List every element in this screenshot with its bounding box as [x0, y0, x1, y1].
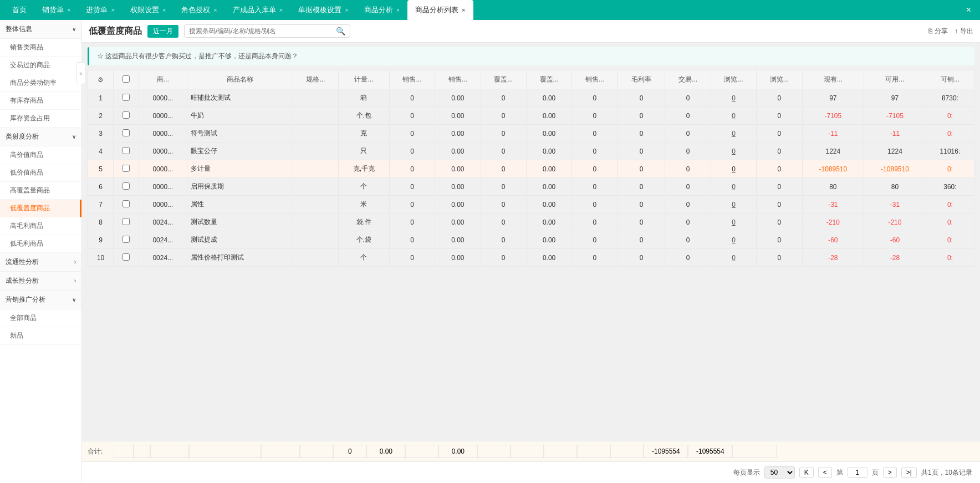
first-page-button[interactable]: K [799, 467, 814, 478]
export-button[interactable]: ↑ 导出 [955, 27, 973, 36]
search-input[interactable] [189, 27, 336, 35]
nav-sales-close[interactable]: × [67, 0, 70, 20]
cell-check[interactable] [114, 196, 139, 213]
cell-check[interactable] [114, 160, 139, 178]
row-checkbox[interactable] [122, 253, 130, 261]
cell-browse1[interactable]: 0 [711, 143, 756, 160]
cell-check[interactable] [114, 231, 139, 249]
select-all-checkbox[interactable] [122, 75, 130, 83]
cell-gross-rate: 0 [617, 125, 665, 143]
nav-role-close[interactable]: × [213, 0, 217, 20]
cell-browse1[interactable]: 0 [711, 107, 756, 125]
sidebar-item-high-profit[interactable]: 高毛利商品 [0, 217, 81, 235]
col-header-spec[interactable]: 规格... [293, 70, 338, 89]
sidebar-item-all-goods[interactable]: 全部商品 [0, 309, 81, 327]
nav-production[interactable]: 产成品入库单 × [225, 0, 290, 20]
cell-browse1[interactable]: 0 [711, 196, 756, 213]
nav-production-close[interactable]: × [279, 0, 283, 20]
nav-role[interactable]: 角色授权 × [173, 0, 224, 20]
nav-purchase[interactable]: 进货单 × [78, 0, 122, 20]
cell-browse1[interactable]: 0 [711, 178, 756, 196]
nav-template-close[interactable]: × [345, 0, 348, 20]
nav-template[interactable]: 单据模板设置 × [290, 0, 356, 20]
sidebar-collapse-button[interactable]: « [76, 62, 85, 84]
col-header-stock-cur[interactable]: 现有... [802, 70, 864, 89]
cell-check[interactable] [114, 107, 139, 125]
sidebar-item-low-value[interactable]: 低价值商品 [0, 164, 81, 182]
col-header-unit[interactable]: 计量... [339, 70, 390, 89]
cell-check[interactable] [114, 143, 139, 160]
col-header-stock-sale[interactable]: 可销... [926, 70, 974, 89]
row-checkbox[interactable] [122, 94, 130, 101]
cell-check[interactable] [114, 249, 139, 267]
sidebar-item-capital[interactable]: 库存资金占用 [0, 110, 81, 128]
next-page-button[interactable]: > [883, 467, 897, 478]
row-checkbox[interactable] [122, 147, 130, 154]
col-header-check[interactable] [114, 70, 139, 89]
row-checkbox[interactable] [122, 111, 130, 119]
cell-check[interactable] [114, 178, 139, 196]
cell-browse1[interactable]: 0 [711, 89, 756, 107]
filter-button[interactable]: 近一月 [147, 25, 178, 38]
cell-check[interactable] [114, 89, 139, 107]
cell-browse1[interactable]: 0 [711, 213, 756, 231]
sidebar-section-growth[interactable]: 成长性分析 › [0, 272, 81, 291]
row-checkbox[interactable] [122, 165, 130, 172]
pagination: 每页显示 50 100 200 K < 第 页 > >| 共1页，10条记录 [82, 461, 980, 483]
row-checkbox[interactable] [122, 218, 130, 225]
per-page-select[interactable]: 50 100 200 [764, 466, 795, 479]
row-checkbox[interactable] [122, 129, 130, 136]
col-header-sales-qty[interactable]: 销售... [389, 70, 435, 89]
col-header-sku[interactable]: 商... [139, 70, 187, 89]
cell-stock-cur: -210 [802, 213, 864, 231]
nav-product-analysis[interactable]: 商品分析 × [356, 0, 407, 20]
col-header-coverage2[interactable]: 覆盖... [526, 70, 571, 89]
nav-permission[interactable]: 权限设置 × [122, 0, 173, 20]
col-header-name[interactable]: 商品名称 [187, 70, 293, 89]
sidebar-item-low-profit[interactable]: 低毛利商品 [0, 235, 81, 253]
col-header-settings[interactable]: ⚙ [88, 70, 114, 89]
sidebar-item-traded-goods[interactable]: 交易过的商品 [0, 57, 81, 74]
row-checkbox[interactable] [122, 200, 130, 207]
prev-page-button[interactable]: < [818, 467, 832, 478]
sidebar-item-sales-goods[interactable]: 销售类商品 [0, 39, 81, 57]
nav-product-analysis-close[interactable]: × [396, 0, 400, 20]
sidebar-item-category-rate[interactable]: 商品分类动销率 [0, 74, 81, 92]
nav-home[interactable]: 首页 [4, 0, 34, 20]
page-number-input[interactable] [848, 467, 867, 478]
sidebar-item-low-coverage[interactable]: 低覆盖度商品 [0, 200, 81, 217]
sidebar-item-new-goods[interactable]: 新品 [0, 327, 81, 345]
col-header-coverage1[interactable]: 覆盖... [481, 70, 526, 89]
sidebar-item-high-value[interactable]: 高价值商品 [0, 146, 81, 164]
last-page-button[interactable]: >| [901, 467, 917, 478]
row-checkbox[interactable] [122, 182, 130, 190]
row-checkbox[interactable] [122, 236, 130, 243]
cell-browse1[interactable]: 0 [711, 160, 756, 178]
col-header-stock-avail[interactable]: 可用... [864, 70, 926, 89]
cell-sku: 0024... [139, 249, 187, 267]
cell-check[interactable] [114, 213, 139, 231]
sidebar-item-in-stock[interactable]: 有库存商品 [0, 92, 81, 110]
cell-check[interactable] [114, 125, 139, 143]
cell-browse1[interactable]: 0 [711, 231, 756, 249]
col-header-browse2[interactable]: 浏览... [757, 70, 802, 89]
sidebar-section-liquidity[interactable]: 流通性分析 › [0, 253, 81, 272]
share-button[interactable]: ⎘ 分享 [928, 27, 948, 36]
nav-product-analysis-list[interactable]: 商品分析列表 × [407, 0, 473, 20]
col-header-gross-rate[interactable]: 毛利率 [617, 70, 665, 89]
sidebar-section-overall[interactable]: 整体信息 ∨ [0, 20, 81, 39]
nav-product-analysis-list-close[interactable]: × [462, 0, 465, 20]
col-header-sales3[interactable]: 销售... [572, 70, 617, 89]
cell-browse1[interactable]: 0 [711, 249, 756, 267]
col-header-browse1[interactable]: 浏览... [711, 70, 756, 89]
sidebar-item-high-coverage[interactable]: 高覆盖量商品 [0, 182, 81, 200]
nav-permission-close[interactable]: × [162, 0, 166, 20]
window-close-button[interactable]: × [962, 5, 976, 15]
cell-browse1[interactable]: 0 [711, 125, 756, 143]
col-header-sales-amt[interactable]: 销售... [435, 70, 481, 89]
nav-purchase-close[interactable]: × [111, 0, 114, 20]
sidebar-section-coverage[interactable]: 类射度分析 ∨ [0, 128, 81, 146]
col-header-trade[interactable]: 交易... [665, 70, 711, 89]
nav-sales[interactable]: 销货单 × [34, 0, 78, 20]
sidebar-section-marketing[interactable]: 营销推广分析 ∨ [0, 291, 81, 309]
